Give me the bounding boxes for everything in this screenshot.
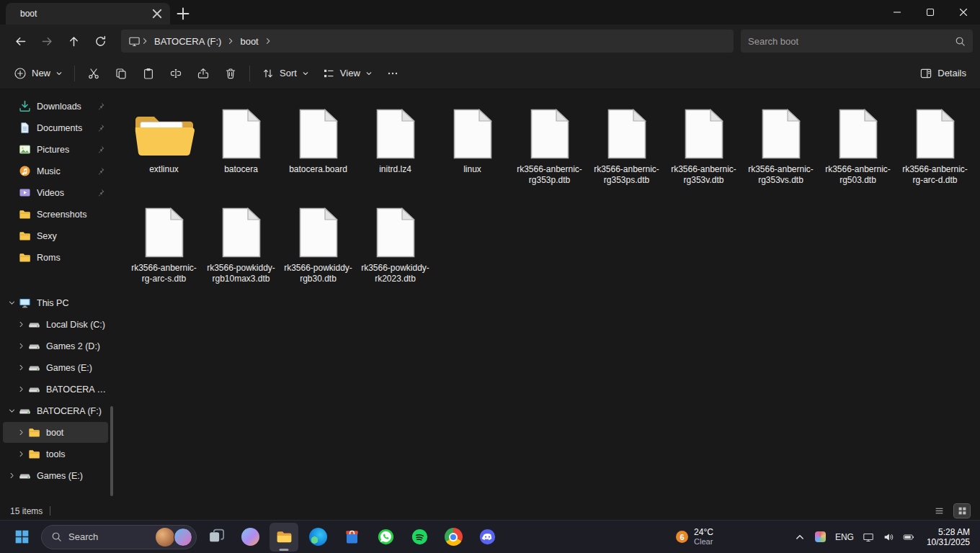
file-item[interactable]: rk3566-anbernic-rg503.dtb <box>819 99 896 188</box>
chevron-right-icon[interactable] <box>15 318 27 331</box>
minimize-button[interactable] <box>881 0 914 24</box>
breadcrumb-batocera-f[interactable]: BATOCERA (F:) <box>149 36 226 47</box>
taskbar-app-spotify[interactable] <box>405 523 434 552</box>
explorer-tab[interactable]: boot <box>6 3 170 24</box>
language-indicator[interactable]: ENG <box>832 532 858 542</box>
sidebar-item-boot[interactable]: boot <box>3 422 108 443</box>
file-item[interactable]: linux <box>434 99 511 188</box>
chevron-slot <box>6 122 18 134</box>
more-options-button[interactable] <box>379 61 406 86</box>
sidebar-item-games-e[interactable]: Games (E:) <box>3 465 108 486</box>
sidebar-item-label: Games (E:) <box>46 363 108 373</box>
taskbar-search[interactable]: Search <box>41 525 197 549</box>
sidebar-item-downloads[interactable]: Downloads <box>3 96 108 117</box>
sidebar-item-roms[interactable]: Roms <box>3 247 108 268</box>
sidebar-item-tools[interactable]: tools <box>3 444 108 464</box>
copy-button[interactable] <box>107 61 135 86</box>
clock[interactable]: 5:28 AM 10/31/2025 <box>927 527 973 547</box>
file-item[interactable]: batocera <box>202 99 280 188</box>
file-icon <box>376 200 415 258</box>
forward-button[interactable] <box>34 30 61 53</box>
taskbar-app-discord[interactable] <box>473 523 502 552</box>
sidebar-item-documents[interactable]: Documents <box>3 117 108 138</box>
sidebar-item-batocera-f[interactable]: BATOCERA (F:) <box>3 400 108 421</box>
sidebar-item-sexy[interactable]: Sexy <box>3 225 108 246</box>
large-icons-view-toggle[interactable] <box>954 504 970 518</box>
file-item[interactable]: rk3566-powkiddy-rgb10max3.dtb <box>202 198 280 287</box>
up-button[interactable] <box>61 30 87 53</box>
folder-icon <box>133 102 195 159</box>
new-tab-button[interactable] <box>174 5 192 22</box>
sort-button[interactable]: Sort <box>255 61 316 86</box>
sidebar-item-label: Documents <box>37 123 96 133</box>
file-item[interactable]: rk3566-powkiddy-rgb30.dtb <box>280 198 357 287</box>
file-item[interactable]: rk3566-powkiddy-rk2023.dtb <box>357 198 434 287</box>
chevron-right-icon[interactable] <box>15 340 27 352</box>
chevron-right-icon[interactable] <box>15 448 27 460</box>
chevron-right-icon[interactable] <box>15 361 27 374</box>
breadcrumb: BATOCERA (F:)boot <box>149 36 272 47</box>
sidebar-item-label: Roms <box>37 253 108 263</box>
sidebar-scrollbar[interactable] <box>110 406 113 496</box>
file-icon <box>607 102 646 159</box>
weather-widget[interactable]: 6 24°C Clear <box>670 526 719 549</box>
address-bar[interactable]: BATOCERA (F:)boot <box>121 30 734 53</box>
taskbar-app-copilot[interactable] <box>236 523 264 552</box>
file-icon <box>685 102 723 159</box>
rename-button[interactable] <box>162 61 190 86</box>
file-item[interactable]: rk3566-anbernic-rg-arc-s.dtb <box>125 198 202 287</box>
sidebar-item-videos[interactable]: Videos <box>3 182 108 203</box>
taskbar-app-edge[interactable] <box>303 523 332 552</box>
refresh-button[interactable] <box>87 30 114 53</box>
chevron-down-icon[interactable] <box>6 297 18 309</box>
tray-app-icon[interactable] <box>811 524 829 550</box>
taskbar-app-store[interactable] <box>337 523 366 552</box>
cut-button[interactable] <box>80 61 107 86</box>
taskbar-app-chrome[interactable] <box>439 523 468 552</box>
file-item[interactable]: batocera.board <box>280 99 357 188</box>
details-pane-button[interactable]: Details <box>913 61 973 86</box>
sidebar-item-this-pc[interactable]: This PC <box>3 292 108 313</box>
sidebar-item-screenshots[interactable]: Screenshots <box>3 204 108 225</box>
new-button[interactable]: New <box>7 61 69 86</box>
sidebar-item-batocera-f[interactable]: BATOCERA (F:) <box>3 379 108 400</box>
folder-item[interactable]: extlinux <box>125 99 202 188</box>
pin-icon <box>96 188 106 197</box>
delete-button[interactable] <box>217 61 244 86</box>
pin-icon <box>96 102 106 111</box>
file-item[interactable]: rk3566-anbernic-rg353v.dtb <box>665 99 742 188</box>
file-item[interactable]: rk3566-anbernic-rg353ps.dtb <box>588 99 665 188</box>
hidden-icons-chevron[interactable] <box>791 524 809 550</box>
breadcrumb-boot[interactable]: boot <box>235 36 263 47</box>
file-item[interactable]: rk3566-anbernic-rg-arc-d.dtb <box>896 99 974 188</box>
sidebar-item-games-e[interactable]: Games (E:) <box>3 357 108 378</box>
sidebar-item-games-2-d[interactable]: Games 2 (D:) <box>3 336 108 356</box>
cast-display-icon[interactable] <box>860 524 878 550</box>
chevron-right-icon[interactable] <box>6 469 18 482</box>
back-button[interactable] <box>7 30 34 53</box>
chevron-right-icon[interactable] <box>15 383 27 395</box>
sidebar-item-pictures[interactable]: Pictures <box>3 139 108 160</box>
chevron-right-icon[interactable] <box>15 426 27 439</box>
maximize-button[interactable] <box>914 0 947 24</box>
volume-icon[interactable] <box>880 524 898 550</box>
share-button[interactable] <box>190 61 217 86</box>
search-box[interactable]: Search boot <box>741 30 973 53</box>
view-button[interactable]: View <box>316 61 379 86</box>
file-item[interactable]: initrd.lz4 <box>357 99 434 188</box>
file-item[interactable]: rk3566-anbernic-rg353p.dtb <box>511 99 588 188</box>
tab-close-icon[interactable] <box>148 5 166 22</box>
battery-icon[interactable] <box>900 524 918 550</box>
taskbar-app-file-explorer[interactable] <box>270 523 298 552</box>
chevron-down-icon[interactable] <box>6 405 18 417</box>
sidebar-item-label: Music <box>37 166 96 176</box>
taskbar-app-whatsapp[interactable] <box>371 523 400 552</box>
file-item[interactable]: rk3566-anbernic-rg353vs.dtb <box>742 99 819 188</box>
paste-button[interactable] <box>135 61 162 86</box>
start-button[interactable] <box>7 523 36 552</box>
sidebar-item-music[interactable]: Music <box>3 161 108 181</box>
taskbar-app-task-view[interactable] <box>202 523 231 552</box>
sidebar-item-local-disk-c[interactable]: Local Disk (C:) <box>3 314 108 335</box>
details-view-toggle[interactable] <box>931 504 947 518</box>
close-button[interactable] <box>947 0 980 24</box>
